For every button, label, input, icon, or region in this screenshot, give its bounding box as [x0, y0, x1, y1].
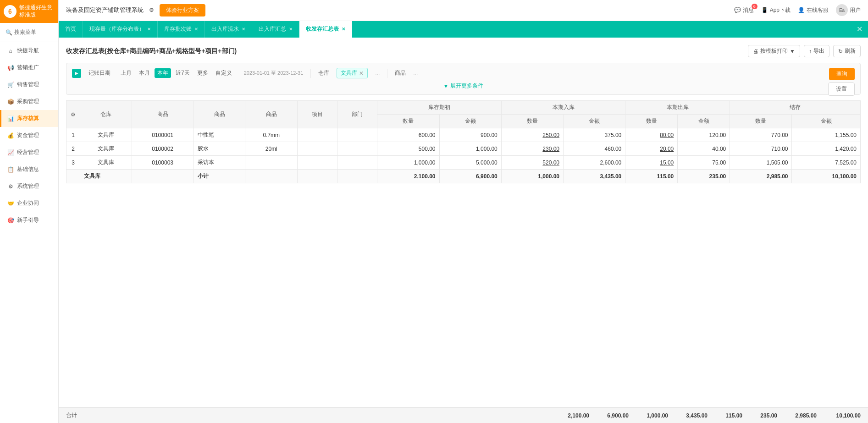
warehouse-more[interactable]: ...	[375, 70, 380, 77]
cell-opening-qty: 1,000.00	[377, 156, 439, 170]
inventory-icon: 📊	[7, 115, 14, 122]
content-area: 收发存汇总表(按仓库+商品编码+商品+规格型号+项目+部门) 🖨 按模板打印 ▼…	[59, 38, 868, 407]
cell-closing-amt: 1,420.00	[792, 142, 861, 156]
export-button[interactable]: ↑ 导出	[804, 45, 829, 57]
table-row: 1 文具库 0100001 中性笔 0.7mm 600.00 900.00 25…	[66, 128, 861, 142]
sidebar-item-basic-info[interactable]: 📋 基础信息	[0, 161, 58, 178]
settings-icon[interactable]: ⚙	[149, 7, 154, 13]
tab-receive-send[interactable]: 收发存汇总表 ✕	[299, 21, 352, 38]
tab-bar-close[interactable]: ✕	[851, 25, 868, 33]
sidebar-item-system[interactable]: ⚙ 系统管理	[0, 178, 58, 195]
cell-out-qty[interactable]: 15.00	[625, 156, 678, 170]
sidebar-item-label: 经营管理	[17, 148, 39, 156]
cell-num: 1	[66, 128, 80, 142]
warehouse-filter-label: 仓库	[318, 69, 329, 77]
goods-more[interactable]: ...	[413, 70, 418, 77]
search-menu-label: 搜索菜单	[14, 28, 36, 36]
setting-button[interactable]: 设置	[828, 82, 855, 96]
date-this-year[interactable]: 本年	[155, 68, 171, 78]
sidebar-item-inventory[interactable]: 📊 库存核算	[0, 110, 58, 127]
th-period-out-group: 本期出库	[625, 101, 730, 115]
expand-conditions[interactable]: ▼ 展开更多条件	[72, 82, 855, 90]
purchase-icon: 📦	[7, 98, 14, 105]
filter-bar: ▶ 记账日期 上月 本月 本年 近7天 更多 自定义 2023-01-01 至 …	[66, 63, 861, 95]
tab-receive-send-close[interactable]: ✕	[342, 27, 345, 32]
cell-in-qty[interactable]: 520.00	[501, 156, 563, 170]
cell-spec	[245, 156, 298, 170]
data-table: ⚙ 仓库 商品 商品 商品 项目 部门 库存期初 本期入库 本期出库 结存	[66, 100, 861, 183]
trial-button[interactable]: 体验行业方案	[160, 4, 205, 16]
date-this-month[interactable]: 本月	[136, 68, 153, 78]
th-project: 项目	[298, 101, 337, 128]
cell-project	[298, 142, 337, 156]
th-period-in-group: 本期入库	[501, 101, 625, 115]
sidebar-item-guide[interactable]: 🎯 新手引导	[0, 212, 58, 229]
sidebar-item-quick-nav[interactable]: ⌂ 快捷导航	[0, 42, 58, 59]
finance-icon: 💰	[7, 132, 14, 139]
tab-inout-flow[interactable]: 出入库流水 ✕	[205, 21, 252, 38]
sidebar-item-finance[interactable]: 💰 资金管理	[0, 127, 58, 144]
cell-dept	[337, 128, 377, 142]
tab-inout-summary[interactable]: 出入库汇总 ✕	[252, 21, 299, 38]
cell-dept	[337, 170, 377, 183]
date-prev-month[interactable]: 上月	[118, 68, 134, 78]
tab-batch-ledger-close[interactable]: ✕	[194, 27, 198, 32]
search-menu-button[interactable]: 🔍 搜索菜单	[4, 27, 55, 38]
date-more[interactable]: 更多	[194, 68, 211, 78]
sidebar-item-sales[interactable]: 🛒 销售管理	[0, 76, 58, 93]
warehouse-tag-close[interactable]: ✕	[359, 70, 364, 77]
sidebar-item-operations[interactable]: 📈 经营管理	[0, 144, 58, 161]
online-service-item[interactable]: 👤 在线客服	[798, 6, 829, 14]
tab-home[interactable]: 首页	[59, 21, 83, 38]
footer-opening-amt: 6,900.00	[597, 412, 629, 419]
footer-in-amt: 3,435.00	[675, 412, 708, 419]
goods-filter-label: 商品	[395, 69, 406, 77]
sidebar-item-purchase[interactable]: 📦 采购管理	[0, 93, 58, 110]
tab-inout-flow-close[interactable]: ✕	[242, 27, 245, 32]
tab-inventory-dist-label: 现存量（库存分布表）	[89, 25, 144, 33]
tab-inventory-dist[interactable]: 现存量（库存分布表） ✕	[83, 21, 158, 38]
date-7days[interactable]: 近7天	[173, 68, 193, 78]
search-area[interactable]: 🔍 搜索菜单	[0, 23, 58, 42]
cell-name: 中性笔	[194, 128, 245, 142]
filter-expand-icon[interactable]: ▶	[72, 69, 81, 78]
cell-out-qty[interactable]: 20.00	[625, 142, 678, 156]
footer-out-qty: 115.00	[715, 412, 742, 419]
user-item[interactable]: Ea 用户	[836, 4, 861, 16]
sidebar-item-marketing[interactable]: 📢 营销推广	[0, 59, 58, 76]
cell-out-amt: 235.00	[678, 170, 730, 183]
cell-in-amt: 375.00	[564, 128, 625, 142]
tab-batch-ledger[interactable]: 库存批次账 ✕	[158, 21, 205, 38]
sidebar-item-enterprise[interactable]: 🤝 企业协同	[0, 195, 58, 212]
tab-inventory-dist-close[interactable]: ✕	[147, 27, 151, 32]
cell-project	[298, 170, 337, 183]
user-label: 用户	[850, 6, 861, 14]
expand-down-icon: ▼	[443, 83, 449, 89]
cell-closing-qty: 770.00	[730, 128, 792, 142]
logo-area: 6 畅捷通好生意 标准版	[0, 0, 58, 23]
cell-in-qty[interactable]: 250.00	[501, 128, 563, 142]
online-service-label: 在线客服	[807, 6, 829, 14]
cell-out-qty: 115.00	[625, 170, 678, 183]
tab-inout-summary-close[interactable]: ✕	[289, 27, 293, 32]
date-custom[interactable]: 自定义	[213, 68, 235, 78]
th-in-amt: 金额	[564, 115, 625, 128]
th-closing-amt: 金额	[792, 115, 861, 128]
tab-inout-summary-label: 出入库汇总	[259, 25, 286, 33]
th-opening-qty: 数量	[377, 115, 439, 128]
tab-inout-flow-label: 出入库流水	[211, 25, 239, 33]
service-icon: 👤	[798, 7, 805, 13]
sidebar-nav: ⌂ 快捷导航 📢 营销推广 🛒 销售管理 📦 采购管理 📊 库存核算 💰 资金管…	[0, 42, 58, 423]
app-download-item[interactable]: 📱 App下载	[761, 6, 791, 14]
query-button[interactable]: 查询	[829, 68, 855, 80]
tab-bar: 首页 现存量（库存分布表） ✕ 库存批次账 ✕ 出入库流水 ✕ 出入库汇总 ✕ …	[59, 21, 868, 38]
cell-out-qty[interactable]: 80.00	[625, 128, 678, 142]
cell-in-qty[interactable]: 230.00	[501, 142, 563, 156]
page-title: 收发存汇总表(按仓库+商品编码+商品+规格型号+项目+部门)	[66, 47, 237, 55]
messages-item[interactable]: 💬 消息 6	[734, 6, 754, 14]
print-button[interactable]: 🖨 按模板打印 ▼	[748, 45, 800, 57]
cell-dept	[337, 142, 377, 156]
system-icon: ⚙	[7, 183, 14, 190]
refresh-button[interactable]: ↻ 刷新	[833, 45, 861, 57]
th-settings[interactable]: ⚙	[66, 101, 80, 128]
